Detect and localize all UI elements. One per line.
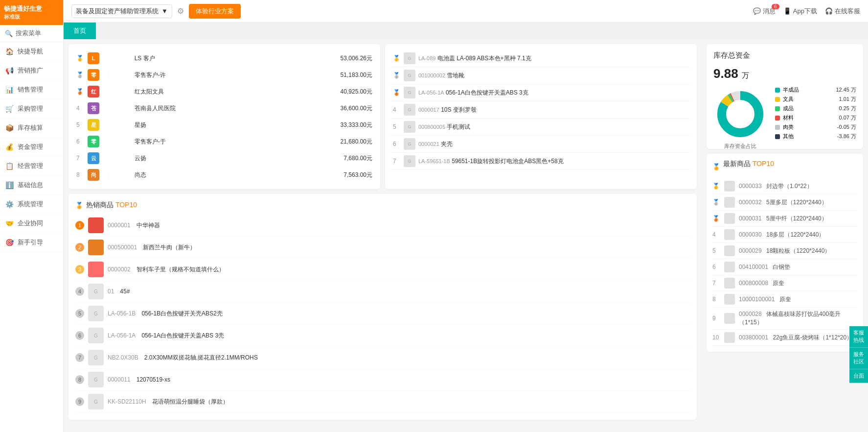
hot-products-title: 热销商品 TOP10	[86, 201, 137, 210]
rank-badge-cell: 苍	[86, 100, 133, 117]
legend-text: 材料	[783, 114, 794, 121]
product-name: 手机测试	[447, 123, 470, 130]
product-rank: 🥇	[393, 55, 401, 62]
customer-name: 零售客户-许	[133, 67, 267, 83]
sidebar-item-search[interactable]: 🔍 搜索菜单	[0, 25, 63, 42]
customer-amount: 40,925.00元	[267, 83, 374, 100]
latest-rank: 🥈	[712, 199, 720, 206]
product-code: 0000017	[418, 107, 439, 113]
product-rank: 🥉	[393, 89, 401, 96]
product-thumbnail: G	[88, 328, 104, 343]
sidebar-item-guide[interactable]: 🎯 新手引导	[0, 233, 63, 252]
product-item: 6 G 0000021 夹壳	[391, 136, 691, 153]
tab-home[interactable]: 首页	[64, 23, 96, 39]
sidebar-item-marketing[interactable]: 📢 营销推广	[0, 61, 63, 80]
inventory-amount-row: 9.88 万	[713, 66, 856, 81]
right-panel: 库存总资金 9.88 万	[702, 39, 868, 432]
hot-product-code: 0000002	[108, 266, 131, 273]
float-hotline[interactable]: 客服 热线	[849, 326, 868, 348]
sidebar-item-purchase[interactable]: 🛒 采购管理	[0, 99, 63, 119]
latest-thumb	[724, 278, 735, 288]
hot-product-name: 花语萌恒温分腿睡袋（厚款）	[152, 398, 228, 406]
customer-badge: 零	[88, 136, 99, 147]
rank-badge-cell: 零	[86, 67, 133, 83]
table-row: 8 尚 尚态 7,563.00元	[74, 167, 374, 183]
product-thumb: G	[404, 138, 415, 150]
customer-name: 尚态	[133, 167, 267, 183]
nav-label-finance: 资金管理	[18, 143, 43, 151]
latest-code: 0000030	[739, 231, 762, 238]
legend-dot	[775, 88, 780, 93]
latest-thumb	[724, 294, 735, 305]
hot-rank-num: 5	[75, 309, 84, 318]
rank-number: 7	[74, 150, 86, 167]
legend-item: 材料 0.07 万	[775, 114, 856, 121]
product-item: 🥉 G LA-056-1A 056-1A白色按键开关盖ABS 3克	[391, 84, 691, 101]
product-code: 001000002	[418, 72, 445, 78]
legend-text: 肉类	[783, 123, 794, 131]
latest-rank: 5	[712, 247, 720, 254]
nav-label-basic: 基础信息	[18, 181, 43, 190]
latest-name: 封边带（1.0*22）	[766, 183, 813, 190]
product-name: 056-1A白色按键开关盖ABS 3克	[446, 89, 528, 96]
purchase-icon: 🛒	[5, 104, 14, 113]
legend-value: -0.05 万	[837, 123, 856, 131]
list-item: 6 004100001 白钢垫	[712, 259, 857, 275]
settings-icon[interactable]: ⚙	[177, 6, 184, 16]
sidebar-item-quick[interactable]: 🏠 快捷导航	[0, 42, 63, 61]
latest-rank: 4	[712, 231, 720, 238]
hot-products-card: 🏅 热销商品 TOP10 1 0000001 中华神器 2 000500001 …	[69, 194, 697, 420]
sidebar-item-basic[interactable]: ℹ️ 基础信息	[0, 176, 63, 195]
sidebar-item-finance[interactable]: 💰 资金管理	[0, 138, 63, 157]
latest-thumb	[724, 245, 735, 256]
logo-subtitle: 标准版	[4, 13, 42, 20]
hot-medal-icon: 🏅	[75, 202, 83, 209]
sidebar-item-system[interactable]: ⚙️ 系统管理	[0, 195, 63, 214]
product-info: LA-59651-1B 59651-1B旋转投影灯电池盒ABS黑色+58克	[418, 157, 564, 166]
hot-ranking-list: 🥇 G LA-089 电池盖 LA-089 ABS本色+黑种 7.1克 🥈 G …	[391, 50, 691, 170]
product-thumb: G	[404, 52, 415, 64]
sidebar-item-operation[interactable]: 📋 经营管理	[0, 157, 63, 176]
product-thumb: G	[404, 104, 415, 116]
list-item: 9 G KK-SD22110H 花语萌恒温分腿睡袋（厚款）	[75, 391, 690, 413]
hot-rank-num: 9	[75, 397, 84, 406]
latest-name: 原奎	[773, 280, 784, 287]
legend-label: 肉类	[775, 123, 837, 131]
float-desk[interactable]: 台面	[849, 369, 868, 383]
list-item: 9 0000028 体械嘉枝味苏打饮品400毫升（1*15）	[712, 308, 857, 330]
hot-rank-badge: 2	[75, 243, 84, 252]
float-community[interactable]: 服务 社区	[849, 348, 868, 369]
latest-title-row: 🏅 最新商品 TOP10	[712, 160, 857, 173]
hot-product-name: 智利车子里（规格不知道填什么）	[137, 265, 225, 274]
hot-product-code: LA-056-1B	[108, 310, 136, 317]
list-item: 🥈 0000032 5厘多层（1220*2440）	[712, 194, 857, 211]
online-service-button[interactable]: 🎧 在线客服	[825, 7, 860, 16]
legend-label: 半成品	[775, 86, 836, 94]
message-button[interactable]: 💬 消息 6	[753, 7, 776, 16]
chevron-down-icon: ▼	[161, 7, 168, 15]
sidebar-item-enterprise[interactable]: 🤝 企业协同	[0, 214, 63, 233]
nav-label-quick: 快捷导航	[18, 47, 43, 56]
table-row: 🥉 红 红太阳文具 40,925.00元	[74, 83, 374, 100]
sidebar-item-inventory[interactable]: 📦 库存核算	[0, 119, 63, 138]
trial-button[interactable]: 体验行业方案	[189, 4, 241, 19]
sidebar-item-sales[interactable]: 📊 销售管理	[0, 80, 63, 99]
product-rank: 6	[393, 141, 401, 147]
logo-title: 畅捷通好生意	[4, 5, 42, 13]
latest-code: 000800008	[739, 280, 768, 287]
legend-label: 文具	[775, 96, 839, 103]
rank-medal: 🥈	[74, 67, 86, 83]
product-info: 000800005 手机测试	[418, 123, 470, 131]
customer-amount: 7,563.00元	[267, 167, 374, 183]
inventory-card: 库存总资金 9.88 万	[707, 44, 863, 149]
customer-badge: 苍	[88, 102, 99, 114]
customer-name: 苍南县人民医院	[133, 100, 267, 117]
product-thumbnail	[88, 240, 104, 255]
app-download-button[interactable]: 📱 App下载	[783, 7, 817, 16]
system-selector[interactable]: 装备及固定资产辅助管理系统 ▼	[71, 4, 172, 18]
product-thumbnail	[88, 217, 104, 233]
latest-name: 原奎	[779, 296, 791, 303]
latest-products-card: 🏅 最新商品 TOP10 🥇 0000033 封边带（1.0*22） 🥈 000…	[707, 154, 863, 352]
list-item: 6 G LA-056-1A 056-1A白色按键开关盖ABS 3壳	[75, 325, 690, 347]
legend-text: 文具	[783, 96, 794, 103]
